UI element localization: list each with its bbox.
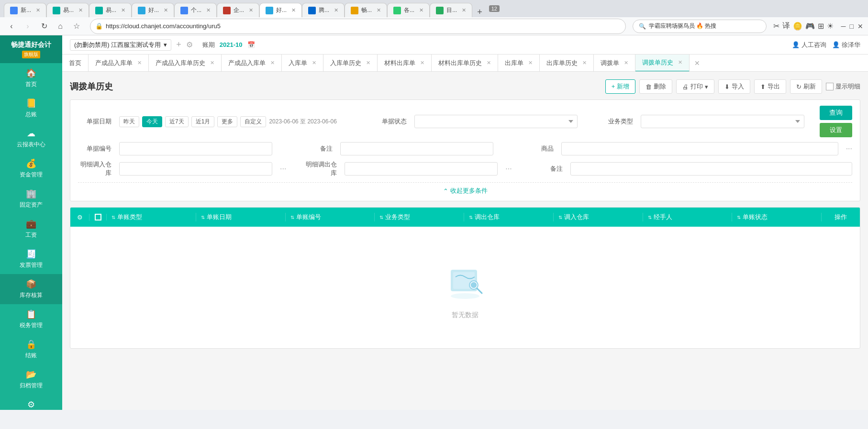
sidebar-item-fixed-asset[interactable]: 🏢 固定资产 — [0, 184, 62, 214]
th-type[interactable]: ⇅ 单账类型 — [107, 213, 196, 221]
date-more-btn[interactable]: 更多 — [217, 116, 237, 127]
tab-5[interactable]: 个...✕ — [174, 3, 217, 17]
sidebar-item-inventory[interactable]: 📦 库存核算 — [0, 274, 62, 304]
tab-3[interactable]: 易...✕ — [89, 3, 132, 17]
page-tab-inbound-hist[interactable]: 入库单历史✕ — [323, 55, 378, 72]
sidebar-item-payroll[interactable]: 💼 工资 — [0, 214, 62, 244]
import-button[interactable]: ⬇ 导入 — [718, 79, 750, 94]
th-check[interactable] — [89, 214, 107, 220]
close-all-tabs[interactable]: ✕ — [690, 59, 705, 67]
date-yesterday-btn[interactable]: 昨天 — [119, 116, 139, 127]
th-biz-type[interactable]: ⇅ 业务类型 — [375, 213, 464, 221]
sidebar-item-fund[interactable]: 💰 资金管理 — [0, 154, 62, 184]
maximize-icon[interactable]: □ — [850, 22, 854, 30]
new-button[interactable]: + 新增 — [605, 79, 635, 94]
delete-button[interactable]: 🗑 删除 — [639, 79, 672, 94]
date-today-btn[interactable]: 今天 — [142, 116, 162, 127]
date-filter-label: 单据日期 — [78, 117, 111, 126]
close-icon[interactable]: ✕ — [857, 22, 863, 30]
goods-dots[interactable]: ··· — [846, 144, 852, 153]
voucher-no-input[interactable] — [119, 142, 272, 155]
minimize-icon[interactable]: ─ — [841, 22, 846, 30]
export-button[interactable]: ⬆ 导出 — [754, 79, 786, 94]
th-gear[interactable]: ⚙ — [70, 214, 89, 221]
add-company-btn[interactable]: + — [176, 40, 181, 50]
tab-1[interactable]: 新...✕ — [4, 3, 46, 17]
tab-9[interactable]: 畅...✕ — [345, 3, 387, 17]
browser-tabs-bar: 新...✕ 易...✕ 易...✕ 好...✕ 个...✕ 企...✕ 好...… — [0, 0, 868, 17]
forward-button[interactable]: › — [21, 20, 34, 33]
user-service-btn[interactable]: 👤 人工咨询 — [792, 41, 826, 49]
remark-input[interactable] — [340, 142, 493, 155]
th-in-warehouse[interactable]: ⇅ 调入仓库 — [554, 213, 643, 221]
th-status[interactable]: ⇅ 单账状态 — [732, 213, 822, 221]
calendar-icon[interactable]: 📅 — [247, 41, 255, 48]
page-tab-prod-inbound[interactable]: 产成品入库单✕ — [89, 55, 149, 72]
detail-out-dots[interactable]: ··· — [505, 165, 512, 173]
tab-11[interactable]: 目...✕ — [430, 3, 472, 17]
address-bar[interactable]: 🔒 https://cloud.chanjet.com/accounting/u… — [90, 19, 626, 34]
sidebar-item-tax[interactable]: 📋 税务管理 — [0, 304, 62, 334]
collapse-section[interactable]: ⌃ 收起更多条件 — [78, 182, 852, 195]
print-dropdown-icon: ▾ — [705, 83, 708, 90]
page-tab-outbound[interactable]: 出库单✕ — [498, 55, 540, 72]
avatar[interactable]: 👤 徐泽华 — [832, 41, 860, 49]
sidebar-item-invoice[interactable]: 🧾 发票管理 — [0, 244, 62, 274]
period-value[interactable]: 2021-10 — [220, 41, 243, 48]
th-no[interactable]: ⇅ 单账编号 — [286, 213, 375, 221]
action-buttons: + 新增 🗑 删除 🖨 打印 ▾ ⬇ 导入 — [605, 79, 860, 94]
sidebar-item-archive[interactable]: 📂 归档管理 — [0, 364, 62, 395]
query-button[interactable]: 查询 — [820, 106, 852, 120]
company-selector[interactable]: (勿删勿禁用) 江西服宝测试专用 ▾ — [70, 39, 171, 51]
browser-search-bar[interactable]: 🔍 学霸应聘场驱鸟员 🔥 热搜 — [633, 20, 767, 33]
sidebar-item-ledger[interactable]: 📒 总账 — [0, 93, 62, 123]
setting-button[interactable]: 设置 — [820, 123, 852, 137]
th-date[interactable]: ⇅ 单账日期 — [196, 213, 286, 221]
tab-2[interactable]: 易...✕ — [46, 3, 89, 17]
detail-in-dots[interactable]: ··· — [280, 165, 286, 173]
date-7days-btn[interactable]: 近7天 — [165, 116, 189, 127]
print-button[interactable]: 🖨 打印 ▾ — [676, 79, 714, 94]
page-tab-outbound-hist[interactable]: 出库单历史✕ — [540, 55, 594, 72]
sidebar-item-cloud-report[interactable]: ☁ 云报表中心 — [0, 123, 62, 154]
page-tab-material-out-hist[interactable]: 材料出库单历史✕ — [432, 55, 498, 72]
svg-line-4 — [477, 288, 482, 293]
refresh-button[interactable]: ↻ 刷新 — [790, 79, 822, 94]
page-tab-material-out[interactable]: 材料出库单✕ — [378, 55, 432, 72]
th-handler[interactable]: ⇅ 经手人 — [643, 213, 733, 221]
new-tab-button[interactable]: + — [472, 7, 487, 17]
date-1month-btn[interactable]: 近1月 — [191, 116, 215, 127]
goods-input[interactable] — [561, 142, 838, 155]
tab-4[interactable]: 好...✕ — [132, 3, 174, 17]
tab-10[interactable]: 各...✕ — [387, 3, 430, 17]
sidebar-item-home[interactable]: 🏠 首页 — [0, 63, 62, 93]
scissors-icon: ✂ — [773, 22, 779, 31]
favorite-button[interactable]: ☆ — [70, 20, 83, 33]
page-tab-prod-inbound2[interactable]: 产成品入库单✕ — [222, 55, 282, 72]
back-button[interactable]: ‹ — [5, 20, 18, 33]
home-button[interactable]: ⌂ — [54, 20, 67, 33]
detail-out-input[interactable] — [345, 162, 498, 176]
status-filter-select[interactable] — [414, 115, 578, 128]
business-type-select[interactable] — [641, 115, 804, 128]
remark2-input[interactable] — [570, 162, 852, 176]
refresh-button[interactable]: ↻ — [37, 20, 51, 33]
page-tab-prod-inbound-hist[interactable]: 产成品入库单历史✕ — [149, 55, 222, 72]
tab-6[interactable]: 企...✕ — [217, 3, 259, 17]
empty-state: 暂无数据 — [70, 227, 860, 348]
tab-8[interactable]: 腾...✕ — [302, 3, 345, 17]
page-tab-transfer[interactable]: 调拨单✕ — [594, 55, 635, 72]
settings-gear-icon[interactable]: ⚙ — [186, 40, 193, 49]
display-detail-checkbox[interactable]: 显示明细 — [826, 82, 860, 91]
detail-in-input[interactable] — [119, 162, 272, 176]
sidebar-item-settings[interactable]: ⚙ 基础设置 — [0, 395, 62, 410]
sidebar-item-close[interactable]: 🔒 结账 — [0, 334, 62, 364]
browser-address-bar-row: ‹ › ↻ ⌂ ☆ 🔒 https://cloud.chanjet.com/ac… — [0, 17, 868, 35]
th-out-warehouse[interactable]: ⇅ 调出仓库 — [464, 213, 554, 221]
page-tab-inbound[interactable]: 入库单✕ — [282, 55, 323, 72]
page-tab-transfer-hist[interactable]: 调拨单历史✕ — [635, 55, 690, 72]
tab-7[interactable]: 好...✕ — [259, 3, 302, 17]
page-tab-home[interactable]: 首页 — [62, 55, 89, 72]
date-custom-btn[interactable]: 自定义 — [240, 116, 266, 127]
wallet-icon: 🪙 — [793, 22, 802, 31]
